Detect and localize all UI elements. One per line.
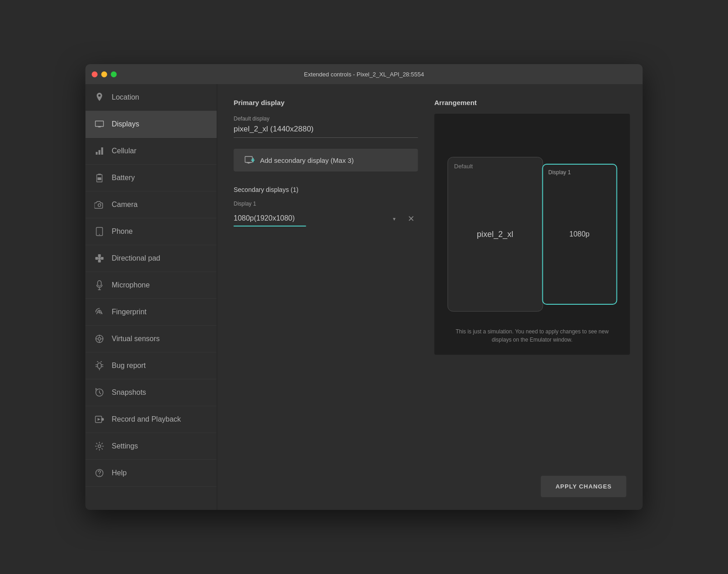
sidebar-label-bug-report: Bug report	[112, 362, 146, 370]
svg-rect-12	[98, 260, 101, 262]
settings-icon	[95, 441, 105, 451]
sidebar-item-camera[interactable]: Camera	[86, 191, 217, 218]
phone-default: Default pixel_2_xl	[447, 157, 543, 312]
sidebar-label-directional-pad: Directional pad	[112, 254, 161, 262]
sidebar-item-fingerprint[interactable]: Fingerprint	[86, 299, 217, 326]
arrangement-panel: Arrangement Default pixel_2_xl Display 1…	[435, 99, 630, 355]
arrangement-title: Arrangement	[435, 99, 630, 106]
display1-select[interactable]: 720p(1280x720) 1080p(1920x1080) 4K(3840x…	[234, 211, 306, 227]
sidebar-label-help: Help	[112, 469, 127, 477]
svg-marker-5	[101, 147, 103, 155]
snapshots-icon	[95, 388, 105, 398]
phone-secondary: Display 1 1080p	[542, 164, 617, 305]
svg-marker-4	[99, 150, 101, 155]
maximize-button[interactable]	[111, 71, 117, 77]
primary-display-title: Primary display	[234, 99, 418, 106]
svg-rect-14	[101, 257, 104, 260]
window-title: Extended controls - Pixel_2_XL_API_28:55…	[304, 71, 424, 78]
svg-rect-0	[96, 121, 104, 126]
svg-rect-13	[96, 257, 98, 260]
sidebar-label-snapshots: Snapshots	[112, 388, 147, 397]
svg-point-15	[98, 257, 101, 260]
arrangement-note: This is just a simulation. You need to a…	[450, 327, 614, 344]
sidebar-label-displays: Displays	[112, 120, 139, 128]
sidebar-item-phone[interactable]: Phone	[86, 218, 217, 245]
minimize-button[interactable]	[101, 71, 107, 77]
sidebar-label-cellular: Cellular	[112, 147, 136, 155]
sidebar-label-virtual-sensors: Virtual sensors	[112, 335, 160, 343]
display-layout: Primary display Default display pixel_2_…	[234, 99, 627, 355]
sidebar-item-record-playback[interactable]: Record and Playback	[86, 406, 217, 433]
phone-default-name: pixel_2_xl	[477, 230, 513, 239]
sidebar-item-microphone[interactable]: Microphone	[86, 272, 217, 299]
svg-point-28	[99, 475, 100, 476]
sidebar-item-bug-report[interactable]: Bug report	[86, 352, 217, 379]
record-icon	[95, 414, 105, 424]
dpad-icon	[95, 253, 105, 263]
sidebar-item-help[interactable]: Help	[86, 460, 217, 487]
display-config: Primary display Default display pixel_2_…	[234, 99, 418, 355]
location-icon	[95, 92, 105, 102]
camera-icon	[95, 200, 105, 210]
phone-secondary-label: Display 1	[548, 169, 571, 176]
close-button[interactable]	[92, 71, 98, 77]
sidebar: Location Displays	[86, 84, 217, 510]
titlebar: Extended controls - Pixel_2_XL_API_28:55…	[86, 64, 643, 84]
displays-icon	[95, 119, 105, 129]
svg-point-26	[98, 445, 101, 448]
extended-controls-window: Extended controls - Pixel_2_XL_API_28:55…	[86, 64, 643, 510]
svg-rect-11	[98, 254, 101, 257]
secondary-displays-title: Secondary displays (1)	[234, 186, 418, 193]
display1-select-row: 720p(1280x720) 1080p(1920x1080) 4K(3840x…	[234, 211, 418, 227]
arrangement-canvas: Default pixel_2_xl Display 1 1080p This …	[435, 114, 630, 355]
svg-point-25	[101, 418, 104, 421]
add-secondary-display-label: Add secondary display (Max 3)	[260, 156, 354, 164]
display1-label: Display 1	[234, 201, 418, 207]
default-display-label: Default display	[234, 116, 418, 122]
cellular-icon	[95, 146, 105, 156]
sidebar-item-settings[interactable]: Settings	[86, 433, 217, 460]
svg-rect-29	[245, 156, 253, 162]
microphone-icon	[95, 280, 105, 290]
sidebar-item-cellular[interactable]: Cellular	[86, 138, 217, 165]
phone-secondary-name: 1080p	[569, 230, 590, 238]
arrangement-phones: Default pixel_2_xl Display 1 1080p	[447, 157, 617, 312]
svg-marker-24	[98, 418, 101, 421]
help-icon	[95, 468, 105, 478]
right-panel: Primary display Default display pixel_2_…	[217, 84, 643, 510]
remove-display1-button[interactable]: ✕	[404, 212, 418, 226]
sidebar-item-displays[interactable]: Displays	[86, 111, 217, 138]
svg-point-20	[98, 337, 101, 340]
svg-point-10	[99, 234, 100, 235]
svg-rect-8	[98, 177, 101, 180]
phone-default-label: Default	[454, 163, 473, 170]
display1-select-wrapper: 720p(1280x720) 1080p(1920x1080) 4K(3840x…	[234, 211, 399, 227]
main-content: Location Displays	[86, 84, 643, 510]
bug-icon	[95, 361, 105, 371]
apply-changes-button[interactable]: APPLY CHANGES	[541, 476, 627, 497]
sidebar-item-location[interactable]: Location	[86, 84, 217, 111]
svg-marker-3	[96, 152, 98, 155]
add-display-icon	[245, 156, 255, 164]
sidebar-item-battery[interactable]: Battery	[86, 165, 217, 191]
sidebar-item-snapshots[interactable]: Snapshots	[86, 379, 217, 406]
sidebar-label-battery: Battery	[112, 174, 135, 182]
virtual-sensors-icon	[95, 334, 105, 344]
add-secondary-display-button[interactable]: Add secondary display (Max 3)	[234, 149, 418, 171]
svg-rect-7	[98, 174, 101, 175]
svg-rect-16	[98, 281, 101, 286]
sidebar-label-microphone: Microphone	[112, 281, 150, 289]
apply-btn-area: APPLY CHANGES	[541, 476, 627, 497]
sidebar-label-fingerprint: Fingerprint	[112, 308, 147, 316]
window-controls	[92, 71, 117, 77]
sidebar-item-directional-pad[interactable]: Directional pad	[86, 245, 217, 272]
sidebar-label-location: Location	[112, 93, 140, 101]
default-display-value: pixel_2_xl (1440x2880)	[234, 125, 418, 138]
sidebar-label-settings: Settings	[112, 442, 138, 450]
sidebar-item-virtual-sensors[interactable]: Virtual sensors	[86, 326, 217, 352]
sidebar-label-camera: Camera	[112, 201, 138, 209]
sidebar-label-phone: Phone	[112, 227, 133, 236]
battery-icon	[95, 173, 105, 183]
sidebar-label-record-playback: Record and Playback	[112, 415, 181, 423]
svg-point-9	[98, 204, 101, 206]
